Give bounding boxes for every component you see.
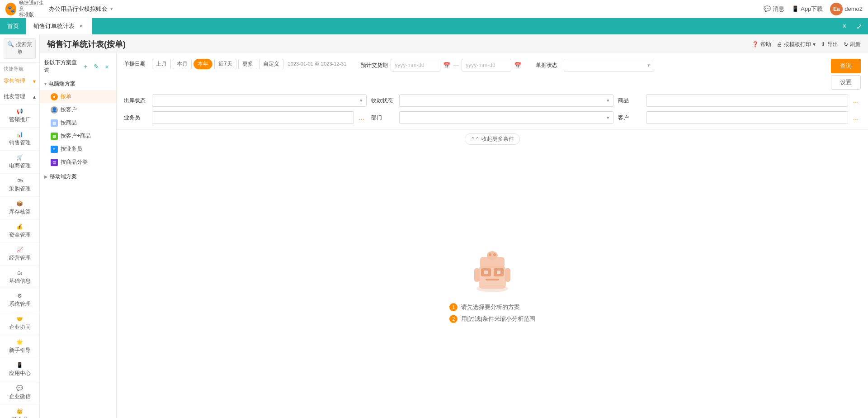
user-info[interactable]: Ea demo2 [830,3,863,15]
date-this-year-btn[interactable]: 本年 [193,59,212,69]
scheme-customer-icon: 👤 [51,106,58,114]
scheme-mobile-header[interactable]: ▶ 移动端方案 [40,171,116,183]
scheme-item-staff[interactable]: ≡ 按业务员 [40,142,116,156]
sidebar-item-purchase[interactable]: 🛍 采购管理 [0,174,39,197]
sidebar-item-marketing[interactable]: 📢 营销推广 [0,104,39,128]
sidebar-item-appstore[interactable]: 📱 应用中心 [0,358,39,381]
goods-input[interactable] [646,94,848,107]
empty-tip-2: 2 用[过滤]条件来缩小分析范围 [449,315,535,323]
sidebar-item-operations[interactable]: 📈 经营管理 [0,243,39,266]
sidebar-item-system[interactable]: ⚙ 系统管理 [0,289,39,312]
nav-title-arrow[interactable]: ▾ [110,6,113,12]
dept-select-arrow: ▾ [607,115,609,121]
refresh-btn[interactable]: ↻ 刷新 [844,41,861,48]
customer-cell: 客户 … [618,111,861,124]
collapse-conditions-btn[interactable]: ⌃⌃ 收起更多条件 [465,133,520,145]
date-more-btn[interactable]: 更多 [238,59,257,69]
expected-date-to-input[interactable] [462,59,511,71]
tab-home[interactable]: 首页 [0,18,26,34]
date-this-month-btn[interactable]: 本月 [173,59,192,69]
tab-expand[interactable]: ⤢ [854,21,864,32]
scheme-staff-icon: ≡ [51,146,58,153]
sidebar-item-basic[interactable]: 🗂 基础信息 [0,266,39,289]
scheme-add-btn[interactable]: + [81,62,90,71]
scheme-collapse-btn[interactable]: « [103,62,112,71]
empty-tips: 1 请先选择要分析的方案 2 用[过滤]条件来缩小分析范围 [449,303,535,323]
calendar-to-icon[interactable]: 📅 [514,62,521,69]
logo-icon: 🐾 [5,3,16,15]
message-btn[interactable]: 💬 消息 [764,5,784,13]
tab-close-icon[interactable]: × [77,23,85,30]
expected-date-from-input[interactable] [391,59,440,71]
staff-input[interactable] [152,111,354,124]
sidebar-item-inventory[interactable]: 📦 库存核算 [0,197,39,220]
scheme-panel: 按以下方案查询 + ✎ « ▾ 电脑端方案 ● 按单 [40,53,117,418]
page-title: 销售订单统计表(按单) [47,39,126,50]
scheme-pc-header[interactable]: ▾ 电脑端方案 [40,78,116,90]
date-custom-btn[interactable]: 自定义 [259,59,283,69]
search-menu-btn[interactable]: 🔍 搜索菜单 [4,38,36,59]
export-btn[interactable]: ⬇ 导出 [821,41,838,48]
sidebar-item-finance[interactable]: 💰 资金管理 [0,220,39,243]
top-header: 🐾 畅捷通好生意 标准版 办公用品行业模拟账套 ▾ 💬 消息 📱 App下载 E… [0,0,868,18]
dept-label: 部门 [371,114,396,122]
sidebar-purchase-icon: 🛍 [17,177,23,184]
content-area: 销售订单统计表(按单) ❓ 帮助 🖨 按模板打印 ▾ ⬇ 导出 ↻ 刷新 [40,34,868,418]
tip-num-1: 1 [449,303,458,311]
tab-close-window[interactable]: × [839,21,850,32]
date-last7-btn[interactable]: 近7天 [214,59,236,69]
query-btn[interactable]: 查询 [831,59,861,73]
scheme-item-goods[interactable]: ▦ 按商品 [40,116,116,129]
logo-area: 🐾 畅捷通好生意 标准版 [5,0,45,18]
date-filter-label: 单据日期 [124,60,149,68]
svg-point-11 [489,253,491,256]
sidebar-item-sales[interactable]: 📊 销售管理 [0,128,39,151]
status-select[interactable]: ▾ [564,59,654,71]
ship-status-select[interactable]: ▾ [152,94,367,107]
goods-dots-btn[interactable]: … [851,97,861,104]
scheme-pc-arrow: ▾ [44,81,47,86]
sidebar-corp-icon: 🤝 [16,316,23,322]
dept-select[interactable]: ▾ [399,111,614,124]
svg-point-10 [487,251,498,260]
tab-sales-report[interactable]: 销售订单统计表 × [26,18,92,34]
status-label: 单据状态 [536,62,561,69]
scheme-item-customer[interactable]: 👤 按客户 [40,103,116,116]
customer-input[interactable] [646,111,848,124]
top-nav-area: 办公用品行业模拟账套 ▾ [45,5,764,13]
sidebar-item-member[interactable]: 👑 畅会员 [0,404,39,418]
sidebar-ecom-icon: 🛒 [16,154,23,161]
export-icon: ⬇ [821,41,826,48]
payment-status-label: 收款状态 [371,97,396,104]
sidebar-item-wechat[interactable]: 💬 企业微信 [0,381,39,404]
help-btn[interactable]: ❓ 帮助 [752,41,771,48]
ship-status-cell: 出库状态 ▾ [124,94,367,107]
sidebar-item-wholesale[interactable]: 批发管理 ▴ [0,89,39,104]
svg-rect-8 [505,268,510,282]
app-download-icon: 📱 [792,5,799,12]
staff-dots-btn[interactable]: … [357,114,367,121]
payment-status-cell: 收款状态 ▾ [371,94,614,107]
scheme-item-category[interactable]: ▤ 按商品分类 [40,156,116,169]
scheme-edit-btn[interactable]: ✎ [92,62,101,71]
page-title-actions: ❓ 帮助 🖨 按模板打印 ▾ ⬇ 导出 ↻ 刷新 [752,41,861,48]
main-layout: 🔍 搜索菜单 快捷导航 零售管理 ▾ 批发管理 ▴ 📢 营销推广 📊 销售管理 … [0,34,868,418]
calendar-from-icon[interactable]: 📅 [443,62,450,69]
scheme-item-order[interactable]: ● 按单 [40,90,116,103]
help-icon: ❓ [752,41,759,48]
app-download-btn[interactable]: 📱 App下载 [792,5,823,13]
payment-status-select[interactable]: ▾ [399,94,614,107]
date-separator: — [453,62,459,69]
scheme-pc-section: ▾ 电脑端方案 ● 按单 👤 按客户 ▦ 按商品 [40,77,116,170]
sidebar-item-retail[interactable]: 零售管理 ▾ [0,74,39,89]
customer-dots-btn[interactable]: … [851,114,861,121]
sidebar-item-ecom[interactable]: 🛒 电商管理 [0,151,39,174]
print-btn[interactable]: 🖨 按模板打印 ▾ [777,41,816,48]
page-content: 按以下方案查询 + ✎ « ▾ 电脑端方案 ● 按单 [40,53,868,418]
scheme-item-cust-goods[interactable]: ▦ 按客户+商品 [40,129,116,142]
date-range-text: 2023-01-01 至 2023-12-31 [288,61,347,67]
date-last-month-btn[interactable]: 上月 [152,59,171,69]
settings-btn[interactable]: 设置 [831,75,861,90]
sidebar-item-corp[interactable]: 🤝 企业协同 [0,312,39,335]
sidebar-item-newbie[interactable]: 🌟 新手引导 [0,335,39,358]
